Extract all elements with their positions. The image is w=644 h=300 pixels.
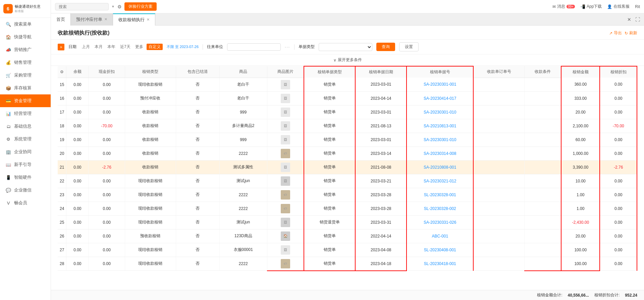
sidebar-item-marketing[interactable]: 📣 营销推广 — [0, 43, 51, 56]
cell-order-no — [473, 91, 524, 105]
bill-no-link[interactable]: SL-20230418-001 — [424, 261, 456, 266]
sidebar-item-guide[interactable]: 📖 新手引导 — [0, 158, 51, 171]
cell-no: 22 — [58, 174, 66, 188]
cell-bill-type: 销货单 — [304, 243, 355, 257]
app-download-button[interactable]: 📲 App下载 — [580, 4, 602, 9]
cell-goods-img: 🖼 — [267, 119, 304, 133]
tab-close-icon[interactable]: ✕ — [104, 17, 107, 22]
cell-discount: -70.00 — [600, 119, 637, 133]
counterparty-input[interactable] — [227, 43, 281, 51]
sidebar-item-purchase[interactable]: 🛒 采购管理 — [0, 69, 51, 82]
cell-bill-date: 2023-03-28 — [355, 188, 407, 202]
message-button[interactable]: ✉ 消息 99+ — [552, 4, 575, 9]
topbar: ▼ ⚙ 休验行业方案 ✉ 消息 99+ 📲 App下载 👤 在线客服 Rit — [51, 0, 644, 13]
date-7days[interactable]: 近7天 — [119, 44, 132, 50]
product-image: 🖼 — [281, 94, 290, 103]
sidebar-item-hardware[interactable]: 📱 智能硬件 — [0, 171, 51, 184]
date-custom[interactable]: 自定义 — [147, 44, 163, 50]
sidebar-item-operations[interactable]: 📊 经营管理 — [0, 107, 51, 120]
cell-discount: -2.76 — [600, 160, 637, 174]
sidebar-item-inventory[interactable]: 📦 库存核算 — [0, 82, 51, 94]
cell-type: 预收款核销 — [125, 229, 176, 243]
cell-order-no — [473, 105, 524, 119]
bill-no-link[interactable]: SA-20230414-017 — [424, 96, 456, 101]
query-button[interactable]: 查询 — [376, 43, 395, 51]
cell-bill-no: SA-20230314-008 — [407, 146, 473, 160]
sidebar-item-sales[interactable]: 💰 销售管理 — [0, 56, 51, 69]
basic-icon: 🗂 — [5, 123, 11, 129]
tab-prepayment[interactable]: 预付冲应付单 ✕ — [71, 13, 113, 26]
th-condition: 收款条件 — [524, 66, 561, 78]
th-discount: 核销折扣 — [600, 66, 637, 78]
date-range-display: 不限 至 2023-07-26 — [167, 44, 199, 49]
tab-home[interactable]: 首页 — [51, 13, 71, 26]
bill-no-link[interactable]: SA-20230301-010 — [424, 137, 456, 142]
cell-discount: 0.00 — [600, 105, 637, 119]
sidebar-item-wechat[interactable]: 💬 企业微信 — [0, 184, 51, 197]
bill-no-link[interactable]: SA-20230331-026 — [424, 220, 456, 225]
th-setting[interactable]: ⚙ — [58, 66, 66, 78]
bill-no-link[interactable]: SA-20210808-001 — [424, 165, 456, 170]
maximize-icon[interactable]: ⛶ — [634, 16, 641, 23]
sidebar-item-search[interactable]: 🔍 搜索菜单 — [0, 18, 51, 31]
cell-goods-img: 🖼 — [267, 105, 304, 119]
cell-settled: 否 — [176, 146, 219, 160]
expand-more-button[interactable]: ∨ 展开更多条件 — [333, 57, 362, 63]
cell-type: 现结收款核销 — [125, 243, 176, 257]
cell-balance: 0.00 — [66, 174, 89, 188]
bill-type-select[interactable]: 销货单 销货退货单 — [319, 43, 372, 51]
bill-no-link[interactable]: SL-20230408-001 — [424, 248, 456, 252]
export-button[interactable]: ↗ 导出 — [609, 30, 622, 36]
cell-goods-img: 🖼 — [267, 133, 304, 146]
setting-button[interactable]: 设置 — [399, 42, 419, 51]
bill-no-link[interactable]: SA-20210813-001 — [424, 124, 456, 128]
column-settings-icon[interactable]: ⚙ — [60, 70, 64, 74]
bill-no-link[interactable]: SA-20230314-008 — [424, 151, 456, 156]
cell-goods-img: 🖼 — [267, 78, 304, 91]
date-more[interactable]: 更多 — [134, 44, 145, 50]
date-last-month[interactable]: 上月 — [80, 44, 91, 50]
sidebar-item-quicknav[interactable]: 🏠 快捷导航 — [0, 31, 51, 43]
cell-settled: 否 — [176, 229, 219, 243]
bill-no-link[interactable]: SA-20230301-010 — [424, 110, 456, 115]
cell-bill-date: 2023-03-01 — [355, 78, 407, 91]
cell-settled: 否 — [176, 160, 219, 174]
tab-close-icon[interactable]: ✕ — [147, 17, 150, 22]
cell-settled: 否 — [176, 119, 219, 133]
online-service-button[interactable]: 👤 在线客服 — [607, 4, 630, 9]
cell-cash-discount: -2.76 — [89, 160, 125, 174]
table-row: 15 0.00 0.00 现结收款核销 否 老白干 🖼 销货单 2023-03-… — [58, 78, 637, 91]
bill-no-link[interactable]: SL-20230328-002 — [424, 206, 456, 211]
settings-icon[interactable]: ⚙ — [117, 4, 122, 9]
tab-sales-verification[interactable]: 收款核销执行 ✕ — [113, 13, 155, 26]
bill-no-link[interactable]: SL-20230328-001 — [424, 192, 456, 197]
sidebar-item-enterprise[interactable]: 🏢 企业协同 — [0, 145, 51, 158]
sidebar-item-basic[interactable]: 🗂 基础信息 — [0, 120, 51, 133]
cell-bill-no: ABC-001 — [407, 229, 473, 243]
date-this-month[interactable]: 本月 — [93, 44, 104, 50]
refresh-button[interactable]: ↻ 刷新 — [625, 30, 637, 36]
bill-no-link[interactable]: SA-20230301-001 — [424, 82, 456, 87]
industry-solution-button[interactable]: 休验行业方案 — [124, 2, 157, 11]
cell-no: 20 — [58, 146, 66, 160]
table-row: 20 0.00 0.00 收款核销 否 2222 🏷 销货单 2023-03-1… — [58, 146, 637, 160]
sidebar-item-finance[interactable]: 💳 资金管理 — [0, 94, 51, 107]
product-image: 🏷 — [281, 149, 290, 158]
date-this-year[interactable]: 本年 — [106, 44, 117, 50]
system-icon: ⚙ — [5, 136, 11, 142]
close-window-icon[interactable]: ✕ — [626, 16, 633, 23]
bill-no-link[interactable]: ABC-001 — [432, 234, 448, 239]
cell-bill-date: 2023-04-08 — [355, 243, 407, 257]
bill-no-link[interactable]: SA-20230321-012 — [424, 179, 456, 183]
sidebar-item-member[interactable]: V 畅会员 — [0, 197, 51, 209]
filter-expand-button[interactable]: » — [58, 44, 64, 50]
cell-discount: 0.00 — [600, 257, 637, 271]
search-input[interactable] — [55, 3, 109, 10]
dropdown-arrow-icon[interactable]: ▼ — [111, 5, 115, 8]
logo-icon: 6 — [3, 4, 13, 13]
cell-no: 25 — [58, 215, 66, 229]
user-profile[interactable]: Rit — [635, 4, 640, 9]
sidebar-item-system[interactable]: ⚙ 系统管理 — [0, 133, 51, 145]
cell-bill-date: 2023-03-01 — [355, 133, 407, 146]
th-settled: 包含已结清 — [176, 66, 219, 78]
